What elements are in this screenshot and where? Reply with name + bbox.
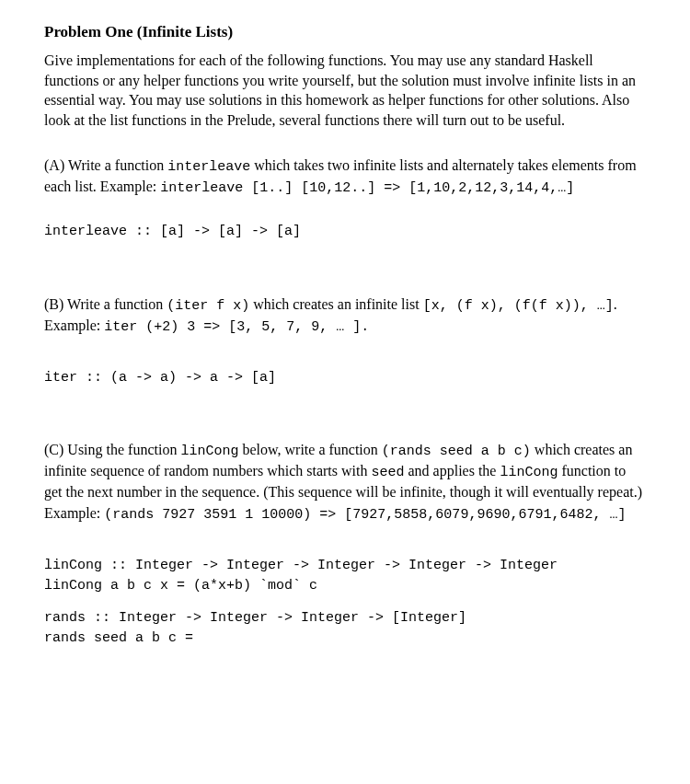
part-c-mid3: and applies the — [404, 463, 500, 478]
part-c-mid1: below, write a function — [238, 442, 381, 457]
part-c: (C) Using the function linCong below, wr… — [44, 440, 646, 524]
part-b-code2: [x, (f x), (f(f x)), …] — [423, 298, 614, 314]
part-c-lincong-sig: linCong :: Integer -> Integer -> Integer… — [44, 556, 646, 577]
part-c-text: (C) Using the function linCong below, wr… — [44, 440, 646, 524]
part-b-signature: iter :: (a -> a) -> a -> [a] — [44, 368, 646, 389]
part-c-code4: linCong — [500, 465, 558, 480]
part-a-text: (A) Write a function interleave which ta… — [44, 156, 646, 198]
part-c-rands-sig: rands :: Integer -> Integer -> Integer -… — [44, 608, 646, 629]
part-c-lincong-def: linCong a b c x = (a*x+b) `mod` c — [44, 576, 646, 597]
part-a: (A) Write a function interleave which ta… — [44, 156, 646, 198]
part-c-code3: seed — [371, 465, 404, 480]
part-b-prefix: (B) Write a function — [44, 296, 167, 312]
part-b-mid1: which creates an infinite list — [249, 296, 422, 312]
part-c-code5: (rands 7927 3591 1 10000) => [7927,5858,… — [104, 507, 626, 523]
part-c-code2: (rands seed a b c) — [382, 444, 531, 459]
part-a-code2: interleave [1..] [10,12..] => [1,10,2,12… — [160, 180, 574, 196]
part-a-code1: interleave — [167, 159, 250, 175]
part-c-prefix: (C) Using the function — [44, 442, 180, 457]
part-b: (B) Write a function (iter f x) which cr… — [44, 294, 646, 337]
part-b-text: (B) Write a function (iter f x) which cr… — [44, 294, 646, 337]
part-c-rands-def: rands seed a b c = — [44, 628, 646, 650]
part-a-prefix: (A) Write a function — [44, 157, 167, 173]
problem-intro: Give implementations for each of the fol… — [44, 51, 646, 130]
problem-title: Problem One (Infinite Lists) — [44, 22, 646, 43]
part-b-code1: (iter f x) — [167, 298, 249, 314]
part-a-signature: interleave :: [a] -> [a] -> [a] — [44, 222, 646, 243]
part-c-code1: linCong — [180, 444, 238, 459]
part-b-code3: iter (+2) 3 => [3, 5, 7, 9, … ]. — [104, 319, 369, 335]
